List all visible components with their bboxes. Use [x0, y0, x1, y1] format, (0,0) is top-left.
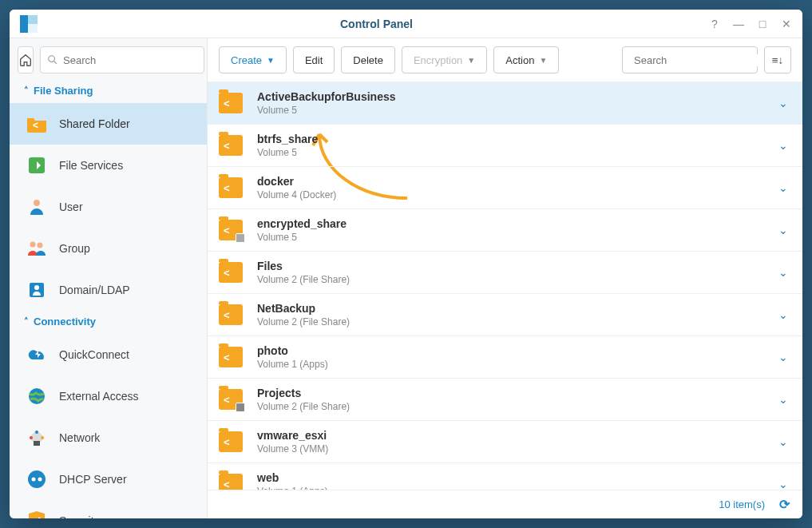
share-mark-icon: < [224, 478, 230, 490]
domain-ldap-icon [26, 279, 48, 301]
svg-rect-1 [28, 15, 38, 24]
folder-row-text: photoVolume 1 (Apps) [257, 344, 328, 370]
sidebar-item-shared-folder[interactable]: < Shared Folder [10, 103, 207, 145]
sidebar-item-group[interactable]: Group [10, 228, 207, 269]
titlebar: Control Panel ? — □ ✕ [10, 10, 802, 38]
edit-button[interactable]: Edit [293, 46, 335, 73]
folder-subtitle: Volume 2 (File Share) [257, 274, 350, 285]
share-mark-icon: < [224, 140, 230, 152]
lock-open-icon [236, 233, 245, 243]
sidebar-item-label: Shared Folder [59, 117, 130, 130]
folder-row-text: encrypted_shareVolume 5 [257, 217, 347, 243]
svg-point-3 [49, 56, 55, 62]
main-search-input[interactable] [634, 54, 768, 66]
folder-row[interactable]: <NetBackupVolume 2 (File Share)⌄ [208, 294, 802, 336]
folder-subtitle: Volume 2 (File Share) [257, 401, 350, 412]
chevron-down-icon: ▼ [539, 56, 547, 65]
chevron-down-icon[interactable]: ⌄ [778, 393, 788, 406]
svg-rect-16 [34, 441, 40, 446]
folder-row[interactable]: <photoVolume 1 (Apps)⌄ [208, 336, 802, 379]
section-connectivity[interactable]: ˄ Connectivity [10, 311, 207, 334]
sort-button[interactable]: ≡↓ [764, 46, 791, 73]
svg-point-8 [30, 242, 36, 248]
folder-icon: < [219, 431, 243, 452]
sidebar-search[interactable] [40, 46, 204, 73]
folder-name: docker [257, 175, 336, 188]
chevron-down-icon[interactable]: ⌄ [778, 308, 788, 321]
refresh-button[interactable]: ⟳ [779, 497, 790, 512]
group-icon [26, 237, 48, 260]
search-icon [47, 54, 58, 66]
share-mark-icon: < [224, 436, 230, 448]
action-button[interactable]: Action ▼ [493, 46, 559, 73]
sidebar-search-input[interactable] [63, 54, 197, 66]
share-mark-icon: < [224, 267, 230, 279]
chevron-up-icon: ˄ [24, 85, 29, 96]
button-label: Action [505, 54, 534, 66]
sidebar-item-network[interactable]: Network [10, 417, 207, 459]
folder-subtitle: Volume 3 (VMM) [257, 443, 328, 455]
sidebar-item-external-access[interactable]: External Access [10, 375, 207, 417]
svg-point-7 [34, 200, 40, 206]
svg-point-13 [35, 431, 38, 434]
chevron-down-icon[interactable]: ⌄ [778, 224, 788, 236]
folder-row[interactable]: <encrypted_shareVolume 5⌄ [208, 209, 802, 252]
minimize-icon[interactable]: — [732, 18, 745, 30]
home-button[interactable] [18, 46, 34, 73]
folder-name: ActiveBackupforBusiness [257, 90, 396, 103]
folder-icon: < [219, 177, 243, 198]
folder-icon: < [219, 474, 243, 490]
quickconnect-icon [26, 343, 48, 366]
encryption-button[interactable]: Encryption ▼ [402, 46, 487, 73]
folder-name: Projects [257, 387, 350, 399]
dhcp-icon [26, 468, 48, 490]
sidebar-item-security[interactable]: Security [10, 500, 207, 518]
chevron-down-icon: ▼ [467, 56, 475, 65]
delete-button[interactable]: Delete [341, 46, 395, 73]
folder-name: encrypted_share [257, 217, 347, 230]
folder-row[interactable]: <dockerVolume 4 (Docker)⌄ [208, 167, 802, 209]
help-icon[interactable]: ? [708, 18, 721, 30]
sidebar-item-user[interactable]: User [10, 186, 207, 228]
chevron-down-icon[interactable]: ⌄ [778, 97, 788, 109]
create-button[interactable]: Create ▼ [219, 46, 287, 73]
folder-row-text: vmware_esxiVolume 3 (VMM) [257, 429, 328, 455]
chevron-down-icon[interactable]: ⌄ [778, 435, 788, 448]
folder-subtitle: Volume 5 [257, 105, 396, 116]
folder-subtitle: Volume 4 (Docker) [257, 189, 336, 200]
main-search[interactable] [622, 46, 758, 73]
toolbar: Create ▼ Edit Delete Encryption ▼ Action… [208, 38, 802, 82]
close-icon[interactable]: ✕ [780, 18, 793, 30]
svg-line-4 [53, 61, 57, 64]
folder-row[interactable]: <webVolume 1 (Apps)⌄ [208, 463, 802, 490]
svg-point-14 [30, 436, 33, 439]
lock-closed-icon [236, 403, 245, 412]
shared-folder-icon: < [26, 113, 48, 135]
section-file-sharing[interactable]: ˄ File Sharing [10, 80, 207, 103]
maximize-icon[interactable]: □ [756, 18, 769, 30]
sidebar-item-dhcp-server[interactable]: DHCP Server [10, 459, 207, 500]
share-mark-icon: < [224, 97, 230, 109]
folder-icon: < [219, 220, 243, 240]
sidebar-item-domain-ldap[interactable]: Domain/LDAP [10, 269, 207, 311]
folder-icon: < [219, 93, 243, 113]
window-controls: ? — □ ✕ [708, 18, 793, 30]
sidebar-item-label: Network [59, 431, 100, 444]
button-label: Create [231, 54, 262, 66]
folder-row[interactable]: <FilesVolume 2 (File Share)⌄ [208, 252, 802, 294]
chevron-down-icon[interactable]: ⌄ [778, 181, 788, 194]
folder-row[interactable]: <ActiveBackupforBusinessVolume 5⌄ [208, 82, 802, 125]
chevron-down-icon[interactable]: ⌄ [778, 266, 788, 279]
chevron-down-icon[interactable]: ⌄ [778, 351, 788, 363]
folder-row[interactable]: <ProjectsVolume 2 (File Share)⌄ [208, 379, 802, 421]
chevron-down-icon[interactable]: ⌄ [778, 478, 788, 490]
folder-icon: < [219, 304, 243, 325]
folder-row[interactable]: <btrfs_shareVolume 5⌄ [208, 125, 802, 167]
main-panel: Create ▼ Edit Delete Encryption ▼ Action… [208, 38, 802, 518]
folder-name: Files [257, 260, 350, 272]
chevron-down-icon[interactable]: ⌄ [778, 139, 788, 152]
sidebar-item-file-services[interactable]: File Services [10, 145, 207, 186]
sidebar-item-quickconnect[interactable]: QuickConnect [10, 334, 207, 375]
folder-row[interactable]: <vmware_esxiVolume 3 (VMM)⌄ [208, 421, 802, 463]
folder-icon: < [219, 347, 243, 367]
